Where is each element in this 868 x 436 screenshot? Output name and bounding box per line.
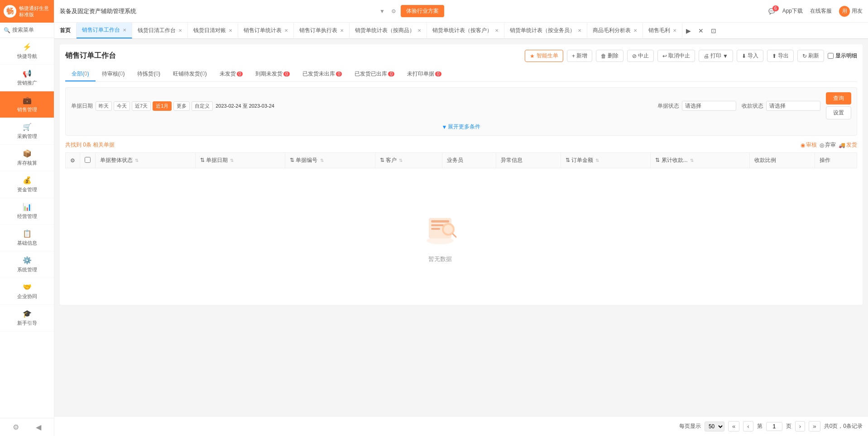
refresh-btn[interactable]: ↻ 刷新 xyxy=(797,50,824,62)
online-service-link[interactable]: 在线客服 xyxy=(810,7,832,15)
message-badge-container[interactable]: 💬 6 xyxy=(768,8,775,14)
sidebar-item-enterprise[interactable]: 🤝 企业协同 xyxy=(0,278,54,305)
dropdown-icon[interactable]: ▼ xyxy=(379,8,385,14)
tab-close-sales-workbench[interactable]: ✕ xyxy=(123,28,126,33)
tab-sales-summary-staff[interactable]: 销货单统计表（按业务员） ✕ xyxy=(504,23,587,38)
experience-btn[interactable]: 体验行业方案 xyxy=(401,5,444,17)
date-btn-yesterday[interactable]: 昨天 xyxy=(96,101,112,111)
delete-btn[interactable]: 🗑 删除 xyxy=(596,50,623,62)
sub-tab-all[interactable]: 全部(0) xyxy=(65,67,96,81)
last-page-btn[interactable]: » xyxy=(809,421,820,431)
tab-cash-reconcile[interactable]: 钱货日清对账 ✕ xyxy=(188,23,238,38)
sidebar-item-purchase[interactable]: 🛒 采购管理 xyxy=(0,118,54,145)
tab-sales-exec[interactable]: 销售订单执行表 ✕ xyxy=(294,23,350,38)
tab-close-sales-summary-staff[interactable]: ✕ xyxy=(578,28,581,33)
collapse-icon[interactable]: ◀ xyxy=(36,423,41,431)
sidebar-item-inventory[interactable]: 📦 库存核算 xyxy=(0,145,54,171)
tab-sales-stats[interactable]: 销售订单统计表 ✕ xyxy=(238,23,294,38)
user-menu[interactable]: 用 用友 xyxy=(839,6,863,17)
ship-icon: 🚚 xyxy=(839,142,845,148)
sub-tab-overdue-not-shipped[interactable]: 到期未发货0 xyxy=(249,67,296,81)
sidebar-item-system[interactable]: ⚙️ 系统管理 xyxy=(0,251,54,278)
gear-icon[interactable]: ⚙ xyxy=(391,8,396,14)
tab-home[interactable]: 首页 xyxy=(54,23,77,38)
print-btn[interactable]: 🖨 打印 ▼ xyxy=(699,50,733,62)
col-doc-status[interactable]: 单据整体状态 ⇅ xyxy=(96,153,196,168)
sub-tab-shipped-out[interactable]: 已发货已出库0 xyxy=(348,67,401,81)
sub-tab-not-shipped[interactable]: 未发货0 xyxy=(213,67,249,81)
tab-close-sales-exec[interactable]: ✕ xyxy=(340,28,344,33)
date-btn-today[interactable]: 今天 xyxy=(114,101,130,111)
tab-scroll-right[interactable]: ▶ xyxy=(682,24,695,37)
col-operation[interactable]: 操作 xyxy=(815,153,857,168)
review-action-btn[interactable]: ◉ 审核 xyxy=(801,141,817,149)
unreviewed-action-btn[interactable]: ◎ 弃审 xyxy=(820,141,836,149)
col-staff[interactable]: 业务员 xyxy=(442,153,496,168)
sidebar-item-operations[interactable]: 📊 经营管理 xyxy=(0,198,54,225)
tab-close-sales-summary-product[interactable]: ✕ xyxy=(417,28,421,33)
tab-sales-summary-product[interactable]: 销货单统计表（按商品） ✕ xyxy=(350,23,427,38)
ship-action-btn[interactable]: 🚚 发货 xyxy=(839,141,857,149)
sub-tab-not-printed[interactable]: 未打印单据0 xyxy=(401,67,448,81)
tab-sales-workbench[interactable]: 销售订单工作台 ✕ xyxy=(77,23,132,38)
col-checkbox[interactable] xyxy=(80,153,96,168)
tab-sales-summary-customer[interactable]: 销货单统计表（按客户） ✕ xyxy=(427,23,504,38)
col-exception[interactable]: 异常信息 xyxy=(496,153,561,168)
import-btn[interactable]: ⬇ 导入 xyxy=(737,50,763,62)
stop-btn[interactable]: ⊘ 中止 xyxy=(627,50,654,62)
show-detail-toggle[interactable]: 显示明细 xyxy=(828,52,857,60)
sub-tab-pending-review[interactable]: 待审核(0) xyxy=(96,67,131,81)
next-page-btn[interactable]: › xyxy=(795,421,805,431)
date-btn-more[interactable]: 更多 xyxy=(173,101,190,111)
sidebar-item-marketing[interactable]: 📢 营销推广 xyxy=(0,65,54,91)
tab-gross-profit[interactable]: 商品毛利分析表 ✕ xyxy=(587,23,643,38)
tab-close-sales-more[interactable]: ✕ xyxy=(673,28,676,33)
search-menu[interactable]: 🔍 搜索菜单 xyxy=(0,23,54,38)
tab-close-sales-stats[interactable]: ✕ xyxy=(284,28,288,33)
app-download-link[interactable]: App下载 xyxy=(782,7,803,15)
col-amount[interactable]: ⇅ 订单金额 ⇅ xyxy=(561,153,651,168)
sidebar-item-tutorial[interactable]: 🎓 新手引导 xyxy=(0,305,54,332)
tab-close-gross-profit[interactable]: ✕ xyxy=(633,28,637,33)
sub-tab-pending-pickup[interactable]: 待拣货(0) xyxy=(131,67,167,81)
export-btn[interactable]: ⬆ 导出 xyxy=(767,50,794,62)
tab-maximize[interactable]: ⊡ xyxy=(707,24,720,37)
query-btn[interactable]: 查询 xyxy=(826,92,851,104)
tab-cash-daily[interactable]: 钱货日清工作台 ✕ xyxy=(132,23,188,38)
col-customer[interactable]: ⇅ 客户 ⇅ xyxy=(375,153,442,168)
smart-btn[interactable]: ★ 智能生单 xyxy=(525,50,563,62)
work-area: 销售订单工作台 ★ 智能生单 + 新增 🗑 删除 ⊘ xyxy=(60,44,863,305)
sidebar-item-finance[interactable]: 💰 资金管理 xyxy=(0,171,54,198)
col-ratio[interactable]: 收款比例 xyxy=(750,153,815,168)
per-page-select[interactable]: 50 xyxy=(705,422,724,431)
select-all-checkbox[interactable] xyxy=(85,157,91,163)
col-doc-date[interactable]: ⇅ 单据日期 ⇅ xyxy=(195,153,285,168)
date-btn-1month[interactable]: 近1月 xyxy=(153,101,172,111)
tab-close-cash-daily[interactable]: ✕ xyxy=(178,28,182,33)
expand-filter-btn[interactable]: ▼ 展开更多条件 xyxy=(442,123,481,131)
filter-settings-btn[interactable]: 设置 xyxy=(826,106,851,119)
col-settings[interactable]: ⚙ xyxy=(66,153,80,168)
col-doc-no[interactable]: ⇅ 单据编号 ⇅ xyxy=(285,153,375,168)
first-page-btn[interactable]: « xyxy=(728,421,739,431)
sub-tab-wangpu-pending[interactable]: 旺铺待发货(0) xyxy=(167,67,213,81)
page-input[interactable] xyxy=(766,422,782,431)
payment-select[interactable]: 请选择 xyxy=(766,101,820,111)
tab-close-sales-summary-customer[interactable]: ✕ xyxy=(495,28,499,33)
show-detail-checkbox[interactable] xyxy=(828,53,834,59)
date-btn-custom[interactable]: 自定义 xyxy=(192,101,213,111)
tab-close-cash-reconcile[interactable]: ✕ xyxy=(229,28,232,33)
sidebar-item-basic-info[interactable]: 📋 基础信息 xyxy=(0,225,54,251)
sub-tab-shipped-not-out[interactable]: 已发货未出库0 xyxy=(296,67,349,81)
cancel-stop-btn[interactable]: ↩ 取消中止 xyxy=(657,50,695,62)
tab-sales-more[interactable]: 销售毛利 ✕ xyxy=(643,23,682,38)
sidebar-item-sales[interactable]: 💼 销售管理 xyxy=(0,91,54,118)
sidebar-item-quick-nav[interactable]: ⚡ 快捷导航 xyxy=(0,38,54,65)
settings-icon[interactable]: ⚙ xyxy=(13,423,19,431)
col-received[interactable]: ⇅ 累计收款... ⇅ xyxy=(651,153,750,168)
prev-page-btn[interactable]: ‹ xyxy=(743,421,753,431)
new-btn[interactable]: + 新增 xyxy=(567,50,592,62)
date-btn-7days[interactable]: 近7天 xyxy=(132,101,151,111)
tab-close-all[interactable]: ✕ xyxy=(695,24,707,37)
status-select[interactable]: 请选择 xyxy=(682,101,736,111)
